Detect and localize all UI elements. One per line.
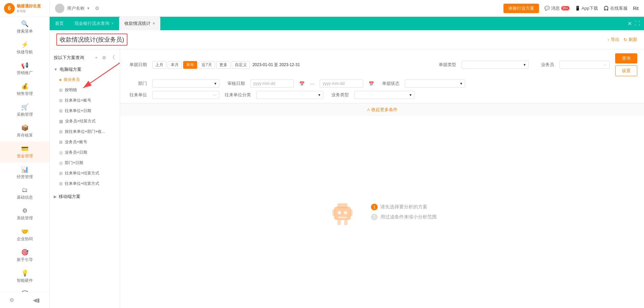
tab-bank[interactable]: 现金银行流水查询 × (69, 17, 119, 30)
system-icon: ⚙ (22, 207, 28, 214)
dept-filter-label: 部门 (127, 81, 147, 87)
refresh-button[interactable]: ↻ 刷新 (624, 37, 637, 43)
sidebar-item-basic[interactable]: 🗂 基础信息 (0, 183, 49, 204)
service-icon: 🎧 (603, 6, 609, 11)
audit-date-from-input[interactable]: yyyy-mm-dd (250, 80, 294, 88)
biz-type-label: 业务类型 (329, 92, 349, 98)
collapse-panel-icon[interactable]: 《 (109, 53, 116, 62)
svg-rect-7 (332, 209, 335, 216)
date-btn-this-year[interactable]: 本年 (183, 61, 197, 69)
sidebar-item-guide[interactable]: 🎯 新手引导 (0, 245, 49, 266)
filter-row-2: 部门 ▾ 审核日期 yyyy-mm-dd 📅 — yyyy-mm-dd (127, 80, 637, 88)
partner-select[interactable]: ··· (152, 91, 219, 99)
svg-point-4 (338, 211, 341, 214)
settings-button[interactable]: 设置 (615, 65, 637, 76)
logo-area: 6 畅捷通好生意 标准版 (0, 0, 49, 17)
salesperson-account-icon: ⊠ (59, 140, 63, 145)
dept-select[interactable]: ▾ (152, 80, 219, 88)
audit-date-to-calendar-icon[interactable]: 📅 (369, 81, 374, 86)
collapse-bar[interactable]: ∧ 收起更多条件 (120, 103, 644, 116)
nav-icon: ⚡ (21, 41, 29, 48)
online-service-label: 在线客服 (610, 5, 628, 11)
biz-type-dropdown-icon: ▾ (410, 93, 412, 97)
svg-point-5 (344, 211, 347, 214)
svg-rect-8 (350, 209, 353, 216)
collection-tab-close-icon[interactable]: × (153, 21, 155, 26)
sidebar-item-operation[interactable]: 📊 经营管理 (0, 162, 49, 183)
marketing-icon: 📢 (21, 62, 29, 69)
app-download-area[interactable]: 📱 App下载 (575, 5, 598, 11)
doc-type-select[interactable]: ▾ (462, 61, 529, 69)
tab-home[interactable]: 首页 (50, 17, 69, 30)
export-button[interactable]: ↑ 导出 (607, 37, 620, 43)
date-btn-7days[interactable]: 近7天 (199, 61, 215, 69)
filter-row-3: 往来单位 ··· 往来单位分类 ▾ 业务类型 (127, 91, 637, 99)
sidebar-item-inventory[interactable]: 📦 库存核算 (0, 121, 49, 142)
notification-icon: 💬 (544, 6, 550, 11)
sales-icon: 💰 (21, 83, 29, 90)
date-btn-this-month[interactable]: 本月 (168, 61, 182, 69)
sidebar-item-system[interactable]: ⚙ 系统管理 (0, 204, 49, 224)
dropdown-icon[interactable]: ▾ (87, 6, 90, 11)
scheme-item-by-salesperson[interactable]: ● 按业务员 (50, 74, 120, 85)
sidebar-menu: 🔍 搜索菜单 ⚡ 快捷导航 📢 营销推广 💰 销售管理 🛒 采购管理 📦 库存核… (0, 17, 49, 292)
collab-icon: 🤝 (21, 228, 29, 235)
sidebar-item-search[interactable]: 🔍 搜索菜单 (0, 17, 49, 38)
salesperson-select[interactable]: ··· (559, 61, 610, 69)
trial-button[interactable]: 体验行业方案 (503, 4, 539, 13)
refresh-icon: ↻ (624, 37, 627, 42)
sidebar-item-wechat[interactable]: 💬 企业微信 (0, 287, 49, 292)
partner-more-icon[interactable]: ··· (213, 93, 216, 97)
sidebar-item-finance[interactable]: 💳 资金管理 (0, 142, 49, 162)
notification-area[interactable]: 💬 消息 99+ (544, 5, 570, 11)
collapse-sidebar-icon[interactable]: ◀▮ (32, 296, 41, 305)
query-button[interactable]: 查询 (615, 53, 637, 63)
scheme-item-partner-settle1[interactable]: ⊞ 往来单位+结算方式 (50, 168, 120, 178)
mobile-scheme-group-header[interactable]: ▶ 移动端方案 (50, 192, 120, 202)
sidebar-item-marketing[interactable]: 📢 营销推广 (0, 58, 49, 79)
partner-category-select[interactable]: ▾ (256, 91, 323, 99)
biz-type-select[interactable]: ▾ (354, 91, 415, 99)
settings-icon[interactable]: ⚙ (95, 5, 99, 11)
desktop-scheme-group-header[interactable]: ▼ 电脑端方案 (50, 64, 120, 74)
bank-tab-close-icon[interactable]: × (111, 21, 114, 26)
sidebar-item-hardware[interactable]: 💡 智能硬件 (0, 266, 49, 287)
scheme-item-partner-dept[interactable]: ⊞ 按往来单位+部门+收... (50, 126, 120, 137)
doc-status-select[interactable]: ▾ (405, 80, 465, 88)
scheme-item-dept-date[interactable]: ◎ 部门+日期 (50, 158, 120, 168)
scheme-item-salesperson-account[interactable]: ⊠ 业务员+账号 (50, 137, 120, 147)
scheme-item-partner-settle2[interactable]: ⊞ 往来单位+结算方式 (50, 178, 120, 189)
online-service-area[interactable]: 🎧 在线客服 (603, 5, 628, 11)
tabbar-actions: ✕ ⛶ (628, 20, 644, 27)
partner-category-dropdown-icon: ▾ (318, 93, 320, 97)
empty-text-list: 1 请先选择要分析的方案 2 用过滤条件来缩小分析范围 (371, 204, 437, 220)
filter-row-1: 单据日期 上月 本月 本年 近7天 更多 自定义 2023-01-01 至 20… (127, 53, 637, 76)
salesperson-more-icon[interactable]: ··· (603, 62, 607, 67)
add-scheme-icon[interactable]: ＋ (93, 54, 99, 61)
scheme-item-detail[interactable]: ⊞ 按明细 (50, 85, 120, 95)
sidebar-item-purchase[interactable]: 🛒 采购管理 (0, 100, 49, 121)
step2-text: 用过滤条件来缩小分析范围 (380, 214, 437, 220)
sidebar-item-collab[interactable]: 🤝 企业协同 (0, 224, 49, 245)
scheme-item-salesperson-settle[interactable]: ▦ 业务员+结算方式 (50, 116, 120, 126)
date-btn-more[interactable]: 更多 (216, 61, 230, 69)
maximize-icon[interactable]: ⛶ (635, 20, 640, 27)
close-all-icon[interactable]: ✕ (628, 20, 632, 27)
scheme-item-partner-date[interactable]: ⊞ 往来单位+日期 (50, 106, 120, 116)
robot-illustration (327, 197, 358, 228)
date-btn-last-month[interactable]: 上月 (152, 61, 166, 69)
audit-date-from-calendar-icon[interactable]: 📅 (299, 81, 305, 86)
search-icon: 🔍 (21, 20, 29, 28)
sidebar-item-nav[interactable]: ⚡ 快捷导航 (0, 38, 49, 58)
settings-scheme-icon[interactable]: ⚙ (101, 54, 107, 61)
guide-icon: 🎯 (21, 249, 29, 256)
tab-collection[interactable]: 收款情况统计 × (119, 17, 160, 30)
scheme-item-salesperson-date[interactable]: ◎ 业务员+日期 (50, 147, 120, 158)
audit-date-to-input[interactable]: yyyy-mm-dd (320, 80, 363, 88)
main-area: 用户名称 ▾ ⚙ 体验行业方案 💬 消息 99+ 📱 App下载 🎧 在线客服 … (50, 0, 644, 308)
scheme-item-partner-account[interactable]: ⊞ 往来单位+账号 (50, 95, 120, 106)
date-btn-custom[interactable]: 自定义 (232, 61, 250, 69)
settings-gear-icon[interactable]: ⚙ (8, 296, 15, 305)
bank-tab-label: 现金银行流水查询 (74, 20, 109, 27)
sidebar-item-sales[interactable]: 💰 销售管理 (0, 79, 49, 100)
